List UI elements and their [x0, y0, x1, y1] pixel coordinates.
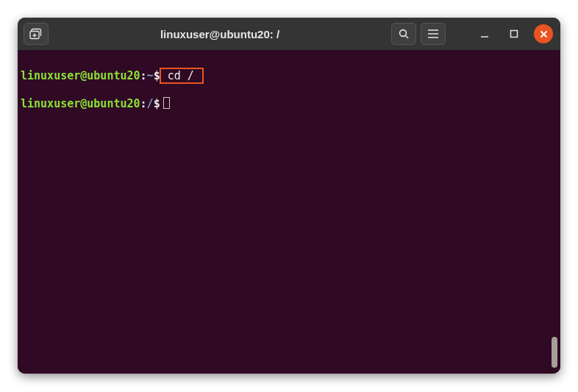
window-title: linuxuser@ubuntu20: /	[53, 28, 387, 40]
close-button[interactable]	[534, 24, 553, 43]
menu-button[interactable]	[421, 23, 446, 45]
search-button[interactable]	[391, 23, 416, 45]
terminal-line-2: linuxuser@ubuntu20:/$	[21, 97, 557, 110]
prompt-path: /	[147, 97, 154, 110]
scrollbar-thumb[interactable]	[552, 337, 557, 368]
hamburger-icon	[427, 29, 439, 39]
text-cursor	[163, 97, 170, 109]
maximize-icon	[510, 29, 518, 38]
new-tab-button[interactable]	[24, 23, 49, 45]
maximize-button[interactable]	[502, 23, 527, 45]
minimize-icon	[479, 29, 490, 39]
svg-rect-2	[511, 31, 518, 38]
minimize-button[interactable]	[472, 23, 497, 45]
prompt-dollar: $	[154, 97, 160, 110]
prompt-user-host: linuxuser@ubuntu20	[21, 69, 140, 82]
prompt-path: ~	[147, 69, 154, 82]
terminal-line-1: linuxuser@ubuntu20:~$ cd /	[21, 68, 557, 84]
prompt-colon: :	[140, 97, 147, 110]
prompt-user-host: linuxuser@ubuntu20	[21, 97, 140, 110]
new-tab-icon	[29, 28, 43, 40]
close-icon	[540, 30, 548, 38]
terminal-viewport[interactable]: linuxuser@ubuntu20:~$ cd / linuxuser@ubu…	[18, 50, 560, 374]
prompt-colon: :	[140, 69, 147, 82]
command-text: cd /	[161, 69, 201, 82]
command-highlight: cd /	[160, 68, 204, 84]
titlebar[interactable]: linuxuser@ubuntu20: /	[18, 18, 560, 50]
svg-point-1	[400, 30, 407, 37]
search-icon	[398, 28, 410, 40]
terminal-window: linuxuser@ubuntu20: /	[18, 18, 560, 374]
